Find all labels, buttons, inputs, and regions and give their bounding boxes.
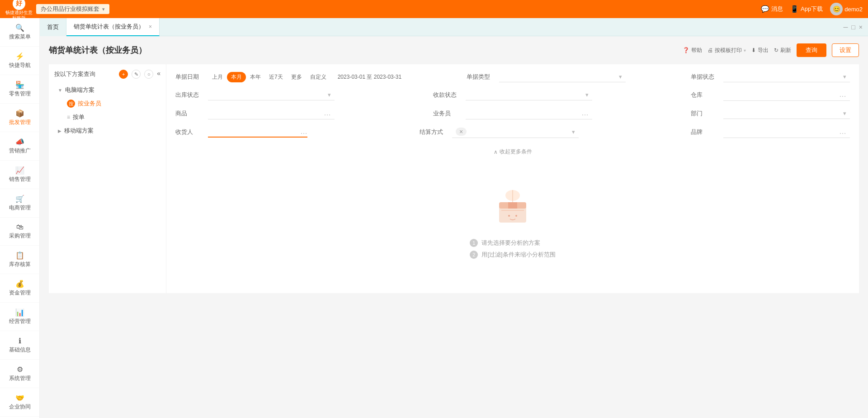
sidebar-item-sales[interactable]: 📈 销售管理	[0, 161, 39, 189]
sidebar-item-finance[interactable]: 💰 资金管理	[0, 274, 39, 303]
app-title[interactable]: 办公用品行业模拟账套 ▾	[36, 4, 109, 14]
page-header: 销货单统计表（按业务员） ❓ 帮助 🖨 按模板打印 ▾ ⬇	[49, 43, 859, 57]
print-arrow: ▾	[744, 48, 746, 53]
filter-row-3: 商品 … 业务员 … 部门	[175, 107, 850, 119]
settings-button[interactable]: 设置	[832, 43, 859, 57]
date-range: 2023-03-01 至 2023-03-31	[338, 73, 401, 81]
receive-status-label: 收款状态	[433, 91, 458, 99]
win-max-btn[interactable]: □	[851, 24, 855, 31]
order-icon: ≡	[67, 114, 70, 120]
export-label: 导出	[758, 47, 769, 54]
sidebar-item-system[interactable]: ⚙ 系统管理	[0, 360, 39, 388]
tab-close-icon[interactable]: ×	[149, 24, 152, 30]
query-button[interactable]: 查询	[797, 43, 826, 57]
refresh-btn[interactable]: ↻ 刷新	[774, 47, 791, 54]
logo-text: 畅捷通好生意	[5, 10, 33, 15]
tab-home[interactable]: 首页	[40, 18, 66, 36]
brand-select[interactable]: …	[723, 126, 850, 138]
win-min-btn[interactable]: ─	[843, 24, 848, 31]
help-btn[interactable]: ❓ 帮助	[683, 47, 702, 54]
sidebar-item-collab[interactable]: 🤝 企业协同	[0, 388, 39, 417]
tree-section-mobile-label: 移动端方案	[64, 127, 94, 135]
consignee-dots[interactable]: …	[300, 128, 307, 136]
svg-point-7	[515, 215, 517, 217]
date-tab-7days[interactable]: 近7天	[265, 72, 287, 82]
goods-select[interactable]: …	[208, 107, 335, 119]
lp-add-btn[interactable]: +	[119, 70, 128, 79]
settlement-arrow: ▾	[572, 128, 575, 135]
sidebar-label-retail: 零售管理	[9, 90, 31, 98]
lp-icons: + ✎ ○ «	[119, 70, 160, 79]
tree-arrow-mobile: ▶	[58, 128, 61, 133]
export-btn[interactable]: ⬇ 导出	[751, 47, 769, 54]
brand-dots[interactable]: …	[839, 128, 846, 136]
doc-status-label: 单据状态	[691, 73, 716, 81]
salesperson-dots[interactable]: …	[581, 109, 589, 117]
collapse-row[interactable]: ∧ 收起更多条件	[175, 144, 850, 159]
date-tab-lastmonth[interactable]: 上月	[208, 72, 227, 82]
tree-item-salesperson[interactable]: 按 按业务员	[63, 97, 160, 110]
lp-header: 按以下方案查询 + ✎ ○	[54, 70, 160, 79]
sidebar-item-search[interactable]: 🔍 搜索菜单	[0, 18, 39, 47]
win-close-btn[interactable]: ×	[859, 24, 863, 31]
sidebar-label-inventory: 库存核算	[9, 261, 31, 268]
sidebar-item-purchase[interactable]: 🛍 采购管理	[0, 218, 39, 246]
print-btn[interactable]: 🖨 按模板打印 ▾	[708, 47, 746, 54]
sidebar-item-basic[interactable]: ℹ 基础信息	[0, 331, 39, 360]
collapse-icon: «	[157, 70, 160, 77]
user-avatar: 😊	[830, 3, 843, 15]
tree-section-pc[interactable]: ▼ 电脑端方案	[54, 83, 160, 97]
sidebar-item-retail[interactable]: 🏪 零售管理	[0, 75, 39, 104]
date-tab-thismonth[interactable]: 本月	[227, 72, 246, 82]
filter-row-1: 单据日期 上月 本月 本年 近7天 更多 自定义 20	[175, 71, 850, 82]
lp-edit-btn[interactable]: ✎	[132, 70, 141, 79]
sidebar-item-inventory[interactable]: 📋 库存核算	[0, 246, 39, 274]
tree-item-order[interactable]: ≡ 按单	[63, 110, 160, 124]
empty-state-icon	[490, 186, 535, 232]
filter-row-2: 出库状态 ▾ 收款状态 ▾ 仓库	[175, 89, 850, 101]
quicknav-icon: ⚡	[15, 52, 24, 61]
marketing-icon: 📣	[15, 138, 24, 146]
consignee-input[interactable]	[208, 126, 298, 137]
settlement-select[interactable]: × ▾	[452, 126, 579, 138]
message-nav[interactable]: 💬 消息	[761, 5, 783, 13]
consignee-input-wrapper: …	[208, 126, 307, 138]
doc-type-select[interactable]: ▾	[499, 71, 626, 82]
warehouse-dots[interactable]: …	[839, 90, 846, 99]
department-select[interactable]: ▾	[723, 108, 850, 119]
sidebar-label-marketing: 营销推广	[9, 147, 31, 155]
tab-active[interactable]: 销货单统计表（按业务员） ×	[66, 18, 160, 36]
tab-actions: ─ □ ×	[838, 24, 868, 31]
sidebar-item-marketing[interactable]: 📣 营销推广	[0, 132, 39, 161]
sales-icon: 📈	[15, 166, 24, 175]
settlement-tag-close[interactable]: ×	[459, 128, 463, 135]
date-tab-thisyear[interactable]: 本年	[246, 72, 265, 82]
receive-status-select[interactable]: ▾	[466, 90, 592, 100]
out-status-select[interactable]: ▾	[208, 90, 335, 100]
date-tab-more[interactable]: 更多	[287, 72, 306, 82]
settlement-label: 结算方式	[420, 128, 445, 136]
sidebar-label-wholesale: 批发管理	[9, 119, 31, 126]
sidebar-label-ecommerce: 电商管理	[9, 204, 31, 212]
sidebar-item-ecommerce[interactable]: 🛒 电商管理	[0, 189, 39, 218]
date-label: 单据日期	[175, 73, 201, 81]
lp-collapse-btn[interactable]: «	[157, 70, 160, 79]
left-filter-panel: 按以下方案查询 + ✎ ○	[49, 64, 166, 293]
user-nav[interactable]: 😊 demo2	[830, 3, 863, 15]
sidebar-item-operations[interactable]: 📊 经营管理	[0, 303, 39, 331]
sidebar-label-system: 系统管理	[9, 375, 31, 382]
date-tab-custom[interactable]: 自定义	[306, 72, 330, 82]
sidebar-item-wholesale[interactable]: 📦 批发管理	[0, 104, 39, 132]
empty-tip-1: 1 请先选择要分析的方案	[470, 239, 555, 247]
goods-dots[interactable]: …	[324, 109, 331, 117]
tree-arrow-pc: ▼	[58, 88, 62, 93]
sidebar-item-quicknav[interactable]: ⚡ 快捷导航	[0, 47, 39, 75]
salesperson-select[interactable]: …	[466, 107, 592, 119]
warehouse-select[interactable]: …	[723, 89, 850, 101]
help-icon: ❓	[683, 47, 689, 53]
doc-type-label: 单据类型	[467, 73, 492, 81]
doc-status-select[interactable]: ▾	[723, 71, 850, 82]
lp-circle-btn[interactable]: ○	[144, 70, 153, 79]
tree-section-mobile[interactable]: ▶ 移动端方案	[54, 124, 160, 138]
app-download-nav[interactable]: 📱 App下载	[790, 5, 823, 13]
